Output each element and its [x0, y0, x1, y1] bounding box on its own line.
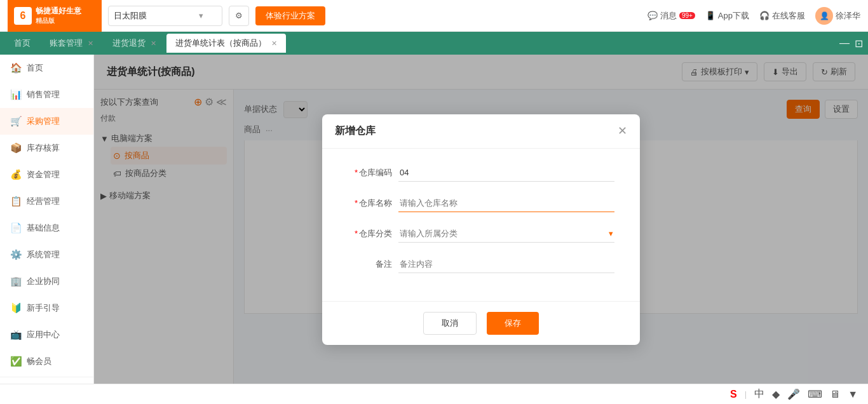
tab-purchase-return[interactable]: 进货退货 ✕: [104, 34, 165, 53]
tab-bar: 首页 账套管理 ✕ 进货退货 ✕ 进货单统计表（按商品） ✕ — ⊡: [0, 32, 868, 55]
code-label: 仓库编码: [348, 167, 398, 178]
tab-purchase-stats[interactable]: 进货单统计表（按商品） ✕: [166, 34, 286, 53]
message-label: 消息: [660, 10, 677, 22]
sidebar-vip-label: 畅会员: [27, 356, 51, 367]
tab-minimize-icon[interactable]: —: [839, 37, 850, 50]
sidebar-item-basic-info[interactable]: 📄 基础信息: [0, 215, 93, 241]
sidebar-operations-label: 经营管理: [27, 196, 60, 207]
finance-icon: 💰: [10, 169, 22, 180]
sidebar-enterprise-label: 企业协同: [27, 276, 60, 287]
logo-area: 6 畅捷通好生意 精品版: [8, 0, 102, 32]
sidebar-system-label: 系统管理: [27, 249, 60, 260]
search-input[interactable]: [114, 11, 196, 20]
name-input[interactable]: [398, 194, 614, 212]
username-label: 徐泽华: [836, 10, 860, 22]
brand-line2: 精品版: [36, 17, 81, 25]
sidebar-item-operations[interactable]: 📋 经营管理: [0, 188, 93, 215]
tab-home-label: 首页: [14, 37, 31, 49]
sidebar-inventory-label: 库存核算: [27, 142, 60, 154]
code-input[interactable]: [398, 164, 614, 182]
headphone-icon: 🎧: [759, 11, 770, 20]
tab-purchase-return-close[interactable]: ✕: [151, 39, 156, 48]
app-download-label: App下载: [718, 10, 749, 22]
tab-expand-icon[interactable]: ⊡: [855, 37, 863, 50]
message-badge: 99+: [679, 12, 695, 19]
message-item[interactable]: 💬 消息 99+: [648, 10, 695, 22]
sidebar-item-inventory[interactable]: 📦 库存核算: [0, 135, 93, 161]
cancel-button[interactable]: 取消: [423, 312, 477, 335]
form-row-category: 仓库分类 ▾: [348, 225, 614, 243]
sidebar-item-newbie[interactable]: 🔰 新手引导: [0, 295, 93, 321]
mobile-icon: 📱: [705, 11, 715, 20]
category-arrow-icon: ▾: [609, 229, 613, 238]
inventory-icon: 📦: [10, 142, 22, 154]
category-select-wrap[interactable]: ▾: [398, 225, 614, 243]
note-input[interactable]: [398, 255, 614, 273]
bottom-separator: |: [745, 389, 747, 399]
user-item[interactable]: 👤 徐泽华: [815, 7, 860, 25]
tab-purchase-stats-close[interactable]: ✕: [271, 39, 277, 48]
save-button[interactable]: 保存: [487, 312, 539, 335]
sidebar-item-purchase[interactable]: 🛒 采购管理: [0, 108, 93, 135]
logo-text: 畅捷通好生意 精品版: [36, 6, 81, 25]
sidebar-item-enterprise[interactable]: 🏢 企业协同: [0, 268, 93, 295]
sidebar-sales-label: 销售管理: [27, 89, 60, 100]
home-icon: 🏠: [10, 62, 22, 74]
sidebar-home-label: 首页: [27, 62, 43, 74]
form-row-note: 备注: [348, 255, 614, 273]
sidebar-item-app-center[interactable]: 📺 应用中心: [0, 321, 93, 348]
monitor-icon[interactable]: 🖥: [830, 389, 840, 400]
logo-icon: 6: [14, 7, 32, 25]
settings-icon[interactable]: ⚙: [229, 6, 249, 26]
app-center-icon: 📺: [10, 329, 22, 340]
tab-purchase-return-label: 进货退货: [112, 37, 146, 49]
sales-icon: 📊: [10, 89, 22, 100]
sidebar-app-center-label: 应用中心: [27, 329, 60, 340]
enterprise-icon: 🏢: [10, 276, 22, 287]
tab-purchase-stats-label: 进货单统计表（按商品）: [175, 37, 266, 49]
trial-button[interactable]: 体验行业方案: [255, 6, 325, 25]
mic-icon[interactable]: 🎤: [787, 388, 800, 400]
modal-close-icon[interactable]: ✕: [618, 125, 627, 137]
tab-actions: — ⊡: [839, 37, 863, 50]
avatar: 👤: [815, 7, 833, 25]
name-label: 仓库名称: [348, 198, 398, 209]
sidebar-basic-info-label: 基础信息: [27, 222, 60, 234]
app-download-item[interactable]: 📱 App下载: [705, 10, 749, 22]
lang-icon[interactable]: 中: [754, 387, 764, 401]
bottom-bar: S | 中 ◆ 🎤 ⌨ 🖥 ▼: [0, 384, 868, 404]
diamond-icon[interactable]: ◆: [772, 388, 780, 400]
sidebar-item-sales[interactable]: 📊 销售管理: [0, 81, 93, 108]
newbie-icon: 🔰: [10, 302, 22, 314]
modal-header: 新增仓库 ✕: [322, 114, 640, 149]
form-row-code: 仓库编码: [348, 164, 614, 182]
tab-account[interactable]: 账套管理 ✕: [41, 34, 102, 53]
purchase-icon: 🛒: [10, 116, 22, 127]
top-header: 6 畅捷通好生意 精品版 ▾ ⚙ 体验行业方案 💬 消息 99+ 📱 App下载…: [0, 0, 868, 32]
basic-info-icon: 📄: [10, 222, 22, 234]
bottom-logo: S: [730, 389, 737, 400]
category-input[interactable]: [400, 229, 609, 238]
vip-icon: ✅: [10, 356, 22, 367]
online-service-item[interactable]: 🎧 在线客服: [759, 10, 805, 22]
tab-account-close[interactable]: ✕: [88, 39, 93, 48]
modal-overlay[interactable]: 新增仓库 ✕ 仓库编码 仓库名称 仓库: [94, 55, 868, 404]
tab-home[interactable]: 首页: [5, 34, 39, 53]
tab-account-label: 账套管理: [50, 37, 83, 49]
form-row-name: 仓库名称: [348, 194, 614, 212]
modal-title: 新增仓库: [335, 125, 376, 138]
main-layout: 🏠 首页 📊 销售管理 🛒 采购管理 📦 库存核算 💰 资金管理 📋 经营管理 …: [0, 55, 868, 404]
sidebar-item-finance[interactable]: 💰 资金管理: [0, 161, 93, 188]
arrow-down-icon[interactable]: ▼: [848, 389, 858, 400]
sidebar-item-system[interactable]: ⚙️ 系统管理: [0, 241, 93, 268]
sidebar-item-home[interactable]: 🏠 首页: [0, 55, 93, 81]
note-label: 备注: [348, 259, 398, 270]
online-service-label: 在线客服: [772, 10, 805, 22]
sidebar-item-vip[interactable]: ✅ 畅会员: [0, 348, 93, 375]
modal-body: 仓库编码 仓库名称 仓库分类 ▾: [322, 149, 640, 301]
modal-footer: 取消 保存: [322, 301, 640, 345]
sidebar-finance-label: 资金管理: [27, 169, 60, 180]
search-bar[interactable]: ▾: [108, 6, 222, 26]
keyboard-icon[interactable]: ⌨: [808, 388, 822, 400]
header-right: 💬 消息 99+ 📱 App下载 🎧 在线客服 👤 徐泽华: [648, 7, 860, 25]
